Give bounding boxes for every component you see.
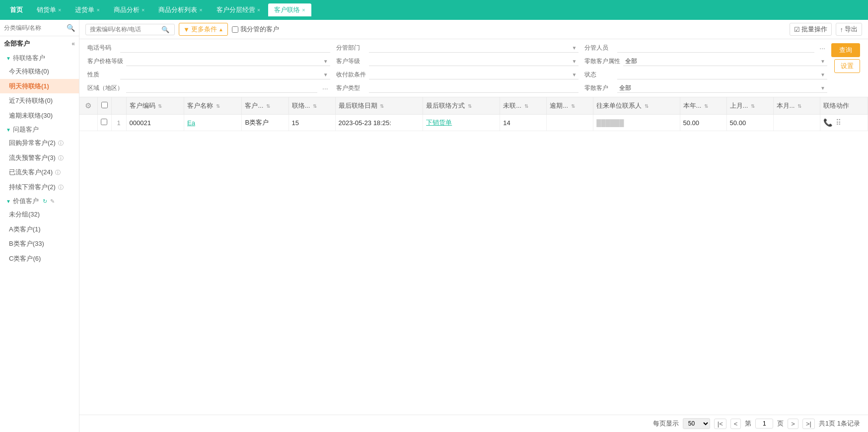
adv-filter-row1: 电话号码 分管部门 ▼ 分管人员 xyxy=(87,43,827,53)
retail-attr-select[interactable]: 全部 xyxy=(623,57,827,66)
th-this-month[interactable]: 本月... ⇅ xyxy=(773,97,820,115)
nav-close-product-analysis[interactable]: × xyxy=(142,7,145,13)
all-customers-title[interactable]: 全部客户 « xyxy=(0,36,79,51)
payment-select[interactable] xyxy=(369,70,579,79)
th-this-year[interactable]: 本年... ⇅ xyxy=(680,97,726,115)
page-size-select[interactable]: 50 10 20 100 xyxy=(683,418,710,429)
sidebar-tomorrow-contact[interactable]: 明天待联络(1) xyxy=(0,79,79,94)
info-icon-0: ⓘ xyxy=(58,140,64,146)
region-dots[interactable]: ··· xyxy=(320,84,330,92)
select-all-checkbox[interactable] xyxy=(101,102,108,108)
adv-filter-actions: 查询 设置 xyxy=(831,43,860,93)
nav-customer-contact[interactable]: 客户联络 × xyxy=(268,3,311,16)
manager-input[interactable] xyxy=(617,43,814,53)
export-button[interactable]: ↑ 导出 xyxy=(836,23,863,36)
th-person[interactable]: 往来单位联系人 ⇅ xyxy=(593,97,680,115)
sidebar-search-input[interactable] xyxy=(4,24,65,31)
last-page-button[interactable]: >| xyxy=(802,419,815,429)
first-page-button[interactable]: |< xyxy=(714,419,726,429)
retail-select[interactable]: 全部 xyxy=(617,83,827,92)
filter-search-input[interactable] xyxy=(90,26,159,33)
nature-select[interactable] xyxy=(120,70,330,79)
customer-type-input[interactable] xyxy=(369,83,579,93)
nav-customer-tier[interactable]: 客户分层经营 × xyxy=(211,3,266,16)
nav-product-analysis[interactable]: 商品分析 × xyxy=(108,3,150,16)
row-num-0: 1 xyxy=(111,115,126,131)
status-select[interactable] xyxy=(617,70,827,79)
th-type[interactable]: 客户... ⇅ xyxy=(242,97,289,115)
th-no-contact[interactable]: 未联... ⇅ xyxy=(500,97,547,115)
filter-search-icon[interactable]: 🔍 xyxy=(161,26,169,33)
th-settings[interactable]: ⚙ xyxy=(79,97,97,115)
filter-manager: 分管人员 ··· xyxy=(584,43,827,53)
sidebar-repurchase-abnormal[interactable]: 回购异常客户(2) ⓘ xyxy=(0,136,79,150)
th-contacts[interactable]: 联络... ⇅ xyxy=(289,97,335,115)
nav-close-customer-contact[interactable]: × xyxy=(302,7,305,13)
adv-filter-row4: 区域（地区） ··· 客户类型 零散客户 全部 xyxy=(87,83,827,93)
nav-close-product-list[interactable]: × xyxy=(199,7,202,13)
row-last-method-0[interactable]: 下销货单 xyxy=(423,115,500,131)
sort-last-month-icon: ⇅ xyxy=(751,103,755,109)
dept-select[interactable] xyxy=(369,43,579,52)
nav-home[interactable]: 首页 xyxy=(4,3,29,16)
sort-year-icon: ⇅ xyxy=(704,103,708,109)
more-filter-button[interactable]: ▼ 更多条件 ▲ xyxy=(179,23,228,36)
settings-gear-icon[interactable]: ⚙ xyxy=(85,101,91,110)
action-phone-icon-0[interactable]: 📞 xyxy=(823,118,833,127)
nav-purchase-order[interactable]: 进货单 × xyxy=(69,3,105,16)
th-overdue[interactable]: 逾期... ⇅ xyxy=(547,97,593,115)
next-page-button[interactable]: > xyxy=(788,419,798,429)
edit-icon[interactable]: ✎ xyxy=(50,198,55,205)
adv-filter-row3: 性质 ▼ 收付款条件 ▼ xyxy=(87,70,827,79)
sidebar-7day-contact[interactable]: 近7天待联络(0) xyxy=(0,93,79,108)
sidebar-ungrouped[interactable]: 未分组(32) xyxy=(0,207,79,222)
retail-attr-select-wrap: 全部 ▼ xyxy=(623,57,827,66)
settings-button[interactable]: 设置 xyxy=(834,59,860,73)
action-grid-icon-0[interactable]: ⠿ xyxy=(836,118,841,127)
nav-close-purchase[interactable]: × xyxy=(96,7,99,13)
problem-group-title[interactable]: ▼ 问题客户 xyxy=(0,123,79,136)
sidebar-c-class[interactable]: C类客户(6) xyxy=(0,251,79,266)
sidebar-overdue-contact[interactable]: 逾期未联络(30) xyxy=(0,108,79,123)
nav-close-sales-order[interactable]: × xyxy=(58,7,61,13)
prev-page-button[interactable]: < xyxy=(730,419,741,429)
value-group-title[interactable]: ▼ 价值客户 ↻ ✎ xyxy=(0,194,79,207)
batch-op-button[interactable]: ☑ 批量操作 xyxy=(790,23,832,36)
th-checkbox[interactable] xyxy=(97,97,111,115)
price-level-select-wrap: ▼ xyxy=(126,57,330,66)
my-customers-checkbox-wrap[interactable]: 我分管的客户 xyxy=(232,25,279,34)
filter-region: 区域（地区） ··· xyxy=(87,83,330,93)
th-code[interactable]: 客户编码 ⇅ xyxy=(126,97,184,115)
sidebar-declining[interactable]: 持续下滑客户(2) ⓘ xyxy=(0,180,79,195)
info-icon-3: ⓘ xyxy=(58,184,64,190)
nav-sales-order[interactable]: 销货单 × xyxy=(31,3,67,16)
row-check-0[interactable] xyxy=(101,119,107,125)
manager-dots[interactable]: ··· xyxy=(817,44,827,52)
refresh-icon[interactable]: ↻ xyxy=(43,198,47,205)
nav-close-customer-tier[interactable]: × xyxy=(257,7,260,13)
row-name-0[interactable]: Ea xyxy=(184,115,241,131)
my-customers-checkbox[interactable] xyxy=(232,26,238,33)
phone-input[interactable] xyxy=(120,43,330,53)
sidebar-a-class[interactable]: A类客户(1) xyxy=(0,222,79,237)
row-overdue-0 xyxy=(547,115,593,131)
th-last-month[interactable]: 上月... ⇅ xyxy=(726,97,773,115)
sidebar-b-class[interactable]: B类客户(33) xyxy=(0,236,79,251)
row-checkbox-0[interactable] xyxy=(97,115,111,131)
query-button[interactable]: 查询 xyxy=(831,43,860,57)
pending-group-title[interactable]: ▼ 待联络客户 xyxy=(0,51,79,64)
row-code-0: 000021 xyxy=(126,115,184,131)
th-name[interactable]: 客户名称 ⇅ xyxy=(184,97,241,115)
th-last-date[interactable]: 最后联络日期 ⇅ xyxy=(335,97,423,115)
region-input[interactable] xyxy=(126,83,317,93)
th-last-method[interactable]: 最后联络方式 ⇅ xyxy=(423,97,500,115)
th-action[interactable]: 联络动作 xyxy=(820,97,868,115)
sidebar-churned[interactable]: 已流失客户(24) ⓘ xyxy=(0,165,79,180)
customer-level-select[interactable] xyxy=(369,57,579,66)
price-level-select[interactable] xyxy=(126,57,330,66)
sidebar-today-contact[interactable]: 今天待联络(0) xyxy=(0,64,79,79)
sidebar-churn-warning[interactable]: 流失预警客户(3) ⓘ xyxy=(0,150,79,165)
page-number-input[interactable] xyxy=(755,419,773,429)
nav-product-analysis-list[interactable]: 商品分析列表 × xyxy=(152,3,208,16)
sidebar-search-icon[interactable]: 🔍 xyxy=(67,24,75,32)
